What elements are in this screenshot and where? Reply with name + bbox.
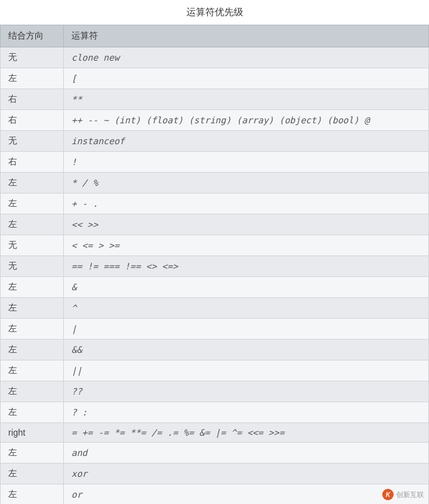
cell-operator: ? : (64, 402, 429, 423)
cell-operator: << >> (64, 214, 429, 235)
cell-direction: 左 (1, 319, 64, 340)
table-row: 无< <= > >= (1, 235, 429, 256)
table-row: 左and (1, 443, 429, 464)
cell-direction: 左 (1, 173, 64, 194)
table-row: 右++ -- ~ (int) (float) (string) (array) … (1, 110, 429, 131)
table-row: 左?? (1, 381, 429, 402)
cell-operator: = += -= *= **= /= .= %= &= |= ^= <<= >>= (64, 423, 429, 443)
cell-direction: 左 (1, 340, 64, 360)
table-row: 无instanceof (1, 131, 429, 152)
table-row: 右** (1, 89, 429, 110)
cell-operator: [ (64, 68, 429, 89)
table-row: 右! (1, 152, 429, 173)
cell-direction: 无 (1, 256, 64, 277)
table-row: 无== != === !== <> <=> (1, 256, 429, 277)
cell-direction: 右 (1, 110, 64, 131)
cell-direction: 左 (1, 68, 64, 89)
cell-direction: right (1, 423, 64, 443)
cell-operator: && (64, 340, 429, 360)
cell-operator: ++ -- ~ (int) (float) (string) (array) (… (64, 110, 429, 131)
watermark: K 创新互联 (382, 489, 424, 500)
cell-direction: 左 (1, 298, 64, 319)
cell-operator: ^ (64, 298, 429, 319)
cell-operator: xor (64, 464, 429, 484)
table-header-row: 结合方向 运算符 (1, 25, 429, 47)
cell-operator: or (64, 484, 429, 505)
cell-direction: 左 (1, 484, 64, 505)
cell-operator: instanceof (64, 131, 429, 152)
table-row: 左^ (1, 298, 429, 319)
cell-direction: 左 (1, 194, 64, 214)
cell-operator: ! (64, 152, 429, 173)
cell-direction: 左 (1, 277, 64, 298)
cell-direction: 左 (1, 464, 64, 484)
cell-direction: 左 (1, 381, 64, 402)
table-row: 左+ - . (1, 194, 429, 214)
page-container: 运算符优先级 结合方向 运算符 无clone new左[右**右++ -- ~ … (0, 0, 429, 504)
watermark-icon: K (382, 489, 394, 500)
cell-direction: 无 (1, 47, 64, 68)
cell-direction: 右 (1, 89, 64, 110)
cell-operator: || (64, 360, 429, 381)
operator-table: 结合方向 运算符 无clone new左[右**右++ -- ~ (int) (… (0, 25, 429, 504)
table-row: 左&& (1, 340, 429, 360)
col-operator: 运算符 (64, 25, 429, 47)
cell-operator: ?? (64, 381, 429, 402)
table-row: 左<< >> (1, 214, 429, 235)
table-row: right= += -= *= **= /= .= %= &= |= ^= <<… (1, 423, 429, 443)
watermark-text: 创新互联 (396, 490, 424, 500)
cell-operator: and (64, 443, 429, 464)
cell-operator: + - . (64, 194, 429, 214)
cell-direction: 左 (1, 443, 64, 464)
table-row: 左| (1, 319, 429, 340)
cell-operator: | (64, 319, 429, 340)
table-row: 左? : (1, 402, 429, 423)
cell-operator: < <= > >= (64, 235, 429, 256)
table-row: 左xor (1, 464, 429, 484)
page-title: 运算符优先级 (0, 0, 429, 25)
cell-operator: == != === !== <> <=> (64, 256, 429, 277)
col-direction: 结合方向 (1, 25, 64, 47)
cell-operator: * / % (64, 173, 429, 194)
cell-direction: 无 (1, 131, 64, 152)
cell-operator: & (64, 277, 429, 298)
table-row: 左|| (1, 360, 429, 381)
table-row: 左[ (1, 68, 429, 89)
cell-direction: 左 (1, 402, 64, 423)
table-row: 无clone new (1, 47, 429, 68)
cell-direction: 左 (1, 214, 64, 235)
table-row: 左* / % (1, 173, 429, 194)
cell-operator: clone new (64, 47, 429, 68)
cell-operator: ** (64, 89, 429, 110)
table-row: 左or (1, 484, 429, 505)
cell-direction: 无 (1, 235, 64, 256)
cell-direction: 左 (1, 360, 64, 381)
table-row: 左& (1, 277, 429, 298)
cell-direction: 右 (1, 152, 64, 173)
